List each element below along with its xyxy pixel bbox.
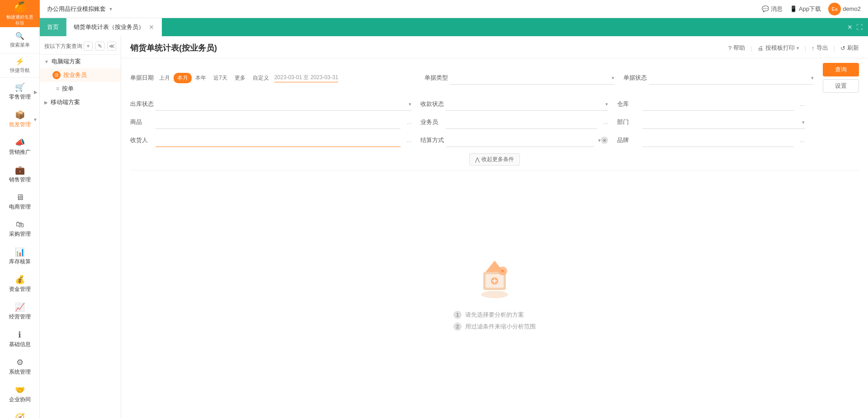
warehouse-more-icon[interactable]: …	[800, 101, 805, 107]
tree-item-desktop[interactable]: ▼ 电脑端方案	[40, 55, 121, 68]
user-avatar-btn[interactable]: Ea demo2	[828, 3, 861, 15]
preset-this-year[interactable]: 本年	[192, 73, 210, 83]
marketing-icon: 📣	[15, 138, 25, 147]
breadcrumb-text: 办公用品行业模拟账套	[47, 5, 106, 13]
purchase-icon: 🛍	[16, 220, 24, 229]
filter-warehouse-cell: 仓库 …	[617, 97, 805, 111]
help-btn[interactable]: ? 帮助	[728, 44, 745, 52]
left-panel-title: 按以下方案查询	[44, 43, 82, 50]
app-download-btn[interactable]: 📱 App下载	[790, 5, 821, 13]
goods-input[interactable]	[156, 115, 401, 129]
filter-salesperson-cell: 业务员 …	[420, 115, 608, 129]
salesperson-input[interactable]	[446, 115, 597, 129]
export-btn[interactable]: ↑ 导出	[811, 44, 828, 52]
dept-select-wrapper: ▾	[642, 115, 805, 129]
search-icon: 🔍	[15, 32, 24, 40]
quick-nav-btn[interactable]: ⚡ 快捷导航	[0, 53, 39, 78]
refresh-icon: ↺	[840, 45, 845, 52]
goods-input-wrapper: …	[156, 115, 411, 129]
sidebar-item-retail[interactable]: 🛒 零售管理 ▶	[0, 78, 39, 105]
brand-input[interactable]	[642, 133, 794, 147]
tree-item-mobile[interactable]: ▶ 移动端方案	[40, 95, 121, 109]
sidebar-item-finance[interactable]: 💰 资金管理	[0, 270, 39, 298]
preset-this-month[interactable]: 本月	[174, 73, 192, 83]
logo-icon: 🍊	[14, 1, 26, 13]
docstatus-select[interactable]	[649, 71, 814, 85]
arrow-icon: ▼	[33, 117, 38, 122]
add-scheme-btn[interactable]: +	[84, 42, 93, 51]
filter-docstatus-cell: 单据状态 ▾	[623, 71, 814, 85]
search-menu-btn[interactable]: 🔍 搜索菜单	[0, 27, 39, 53]
outstatus-select[interactable]	[156, 97, 411, 111]
divider1: |	[750, 45, 752, 52]
message-label: 消息	[771, 5, 783, 13]
tab-maximize-icon[interactable]: ⛶	[856, 24, 863, 31]
receiver-input[interactable]	[156, 133, 401, 147]
settings-btn[interactable]: 设置	[823, 79, 859, 93]
preset-more[interactable]: 更多	[231, 73, 249, 83]
outstatus-label: 出库状态	[130, 100, 156, 108]
sidebar-item-sales[interactable]: 💼 销售管理	[0, 161, 39, 188]
export-icon: ↑	[811, 45, 815, 52]
date-range-display[interactable]: 2023-03-01 至 2023-03-31	[274, 74, 338, 82]
collapse-btn[interactable]: ⋀ 收起更多条件	[469, 153, 520, 166]
refresh-btn[interactable]: ↺ 刷新	[840, 44, 859, 52]
main-area: 办公用品行业模拟账套 ▾ 💬 消息 📱 App下载 Ea demo2 首页	[40, 0, 868, 418]
topbar-right: 💬 消息 📱 App下载 Ea demo2	[762, 3, 861, 15]
query-btn[interactable]: 查询	[823, 63, 859, 76]
receiver-more-icon[interactable]: …	[406, 138, 411, 143]
sidebar-item-guide[interactable]: 🧭 新手引导	[0, 408, 39, 418]
goods-more-icon[interactable]: …	[406, 119, 411, 125]
print-btn[interactable]: 🖨 按模板打印 ▾	[758, 44, 799, 52]
sales-icon: 💼	[15, 165, 25, 175]
tree-sub-item-by-doc[interactable]: ≡ 按单	[40, 82, 121, 95]
quick-icon: ⚡	[15, 57, 24, 66]
collectstatus-arrow-icon: ▾	[605, 101, 608, 107]
left-panel-header: 按以下方案查询 + ✎ ≪	[40, 36, 121, 55]
avatar-initials: Ea	[832, 6, 838, 12]
sidebar-item-purchase[interactable]: 🛍 采购管理	[0, 215, 39, 242]
tabbar-actions: ✕ ⛶	[842, 24, 868, 31]
tree-sub-item-by-salesperson[interactable]: 业 按业务员	[40, 68, 121, 82]
inventory-icon: 📊	[15, 247, 25, 257]
breadcrumb-dropdown[interactable]: ▾	[109, 6, 112, 12]
sidebar-item-enterprise[interactable]: 🤝 企业协同	[0, 380, 39, 408]
sidebar-item-ecommerce[interactable]: 🖥 电商管理	[0, 188, 39, 215]
breadcrumb-area: 办公用品行业模拟账套 ▾	[47, 5, 112, 13]
sidebar-item-label: 基础信息	[9, 341, 31, 348]
search-label: 搜索菜单	[10, 42, 30, 48]
preset-last7[interactable]: 近7天	[210, 73, 231, 83]
tab-close-icon[interactable]: ✕	[149, 24, 154, 31]
dept-select[interactable]	[642, 115, 805, 129]
filter-row-1: 单据日期 上月 本月 本年 近7天 更多 自定义 2023-03-01 至 20…	[130, 63, 859, 93]
tab-close-window-icon[interactable]: ✕	[847, 24, 853, 31]
collapse-panel-btn[interactable]: ≪	[107, 42, 116, 51]
filter-dept-cell: 部门 ▾	[617, 115, 805, 129]
tab-home[interactable]: 首页	[40, 18, 66, 36]
tab-home-label: 首页	[47, 23, 59, 31]
message-btn[interactable]: 💬 消息	[762, 5, 783, 13]
sidebar-item-inventory[interactable]: 📊 库存核算	[0, 242, 39, 270]
sidebar-item-marketing[interactable]: 📣 营销推广	[0, 133, 39, 161]
collectstatus-select[interactable]	[446, 97, 608, 111]
preset-last-month[interactable]: 上月	[156, 73, 174, 83]
warehouse-input[interactable]	[642, 97, 794, 111]
edit-scheme-btn[interactable]: ✎	[95, 42, 104, 51]
settlement-clear-icon[interactable]: ✕	[601, 137, 608, 144]
sidebar-item-wholesale[interactable]: 📦 批发管理 ▼	[0, 105, 39, 133]
user-name: demo2	[843, 5, 861, 12]
settlement-select[interactable]	[446, 133, 594, 147]
tab-report[interactable]: 销货单统计表（按业务员） ✕	[66, 18, 162, 36]
preset-custom[interactable]: 自定义	[249, 73, 273, 83]
retail-icon: 🛒	[15, 82, 25, 92]
sidebar-item-label: 销售管理	[9, 176, 31, 184]
salesperson-more-icon[interactable]: …	[603, 119, 608, 125]
sidebar-item-operation[interactable]: 📈 经营管理	[0, 298, 39, 325]
filter-row-2: 出库状态 ▾ 收款状态	[130, 97, 859, 111]
sidebar-item-system[interactable]: ⚙ 系统管理	[0, 353, 39, 380]
doctype-select[interactable]	[450, 71, 615, 85]
brand-more-icon[interactable]: …	[800, 138, 805, 143]
salesperson-label: 业务员	[420, 118, 446, 126]
print-dropdown-icon: ▾	[797, 45, 799, 51]
sidebar-item-basic[interactable]: ℹ 基础信息	[0, 325, 39, 353]
